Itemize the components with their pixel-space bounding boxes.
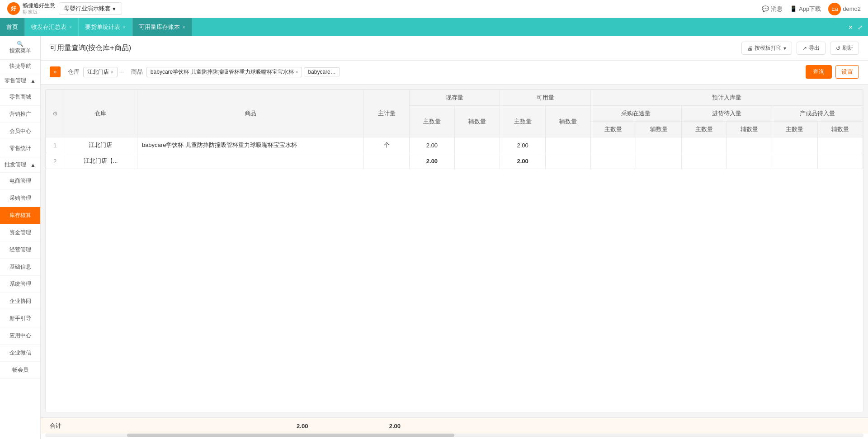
sidebar-item-enterprise[interactable]: 企业协同 (0, 293, 40, 310)
sidebar-item-wholesale-mgmt[interactable]: 批发管理 ▲ (0, 157, 40, 173)
sidebar-item-appcenter[interactable]: 应用中心 (0, 327, 40, 345)
settings-button[interactable]: 设置 (835, 65, 859, 79)
sidebar-item-finance[interactable]: 资金管理 (0, 224, 40, 241)
table-row: 2 江北门店【... 2.00 2.00 (46, 153, 863, 169)
row-2-avail-aux (545, 153, 590, 169)
tab-available-close[interactable]: × (183, 25, 185, 30)
refresh-icon: ↺ (836, 45, 840, 52)
row-1-unit: 个 (364, 137, 409, 153)
search-label: 搜索菜单 (4, 47, 37, 55)
row-1-prod-aux (817, 137, 863, 153)
expand-icon: » (54, 69, 57, 75)
row-1-product: babycare学饮杯 儿童防摔防撞吸管杯重力球吸嘴杯宝宝水杯 (137, 137, 364, 153)
row-1-incoming-main (681, 137, 726, 153)
row-2-incoming-aux (726, 153, 772, 169)
th-expected-in: 预计入库量 (591, 90, 863, 106)
wholesale-arrow: ▲ (30, 162, 36, 168)
row-2-avail-main: 2.00 (500, 153, 545, 169)
sidebar-item-marketing[interactable]: 营销推广 (0, 106, 40, 123)
scrollbar-thumb[interactable] (127, 434, 454, 437)
tab-home[interactable]: 首页 (0, 18, 25, 36)
row-2-product (137, 153, 364, 169)
page-header: 可用量查询(按仓库+商品) 🖨 按模板打印 ▾ ↗ 导出 ↺ 刷新 (41, 36, 868, 61)
export-btn[interactable]: ↗ 导出 (797, 42, 826, 55)
sidebar-item-inventory[interactable]: 库存核算 (0, 207, 40, 224)
logo-area: 好 畅捷通好生意 标准版 (7, 2, 55, 15)
tab-available-inventory[interactable]: 可用量库存账本 × (132, 18, 192, 36)
tab-available-label: 可用量库存账本 (139, 23, 180, 31)
warehouse-filter-group: 仓库 江北门店 × ··· (68, 67, 124, 77)
main-layout: 🔍 搜索菜单 快捷导航 零售管理 ▲ 零售商城 营销推广 会员中心 零售统计 批… (0, 36, 868, 439)
message-btn[interactable]: 💬 消息 (762, 5, 783, 13)
retail-mgmt-label: 零售管理 (5, 77, 26, 85)
sidebar-item-system[interactable]: 系统管理 (0, 276, 40, 293)
user-area[interactable]: Ea demo2 (828, 3, 861, 15)
product-tag-2-text: babycare… (308, 69, 335, 75)
th-settings[interactable]: ⚙ (46, 90, 64, 137)
product-tag-1-close[interactable]: × (296, 70, 298, 75)
row-2-purchase-main (591, 153, 636, 169)
horizontal-scrollbar[interactable] (45, 434, 863, 437)
query-button[interactable]: 查询 (806, 65, 832, 79)
refresh-btn[interactable]: ↺ 刷新 (830, 42, 859, 55)
warehouse-tag[interactable]: 江北门店 × (83, 67, 118, 77)
row-2-stock-aux (455, 153, 500, 169)
tab-order-close[interactable]: × (123, 25, 126, 30)
sidebar-item-retail-mall[interactable]: 零售商城 (0, 89, 40, 106)
print-arrow: ▾ (783, 45, 786, 52)
sidebar-item-vip[interactable]: 畅会员 (0, 362, 40, 379)
purchase-label: 采购管理 (9, 194, 31, 202)
marketing-label: 营销推广 (9, 110, 31, 118)
top-bar: 好 畅捷通好生意 标准版 母婴行业演示账套 ▾ 💬 消息 📱 App下载 Ea … (0, 0, 868, 18)
app-download-btn[interactable]: 📱 App下载 (790, 5, 821, 13)
filter-row: » 仓库 江北门店 × ··· 商品 babycare学饮杯 儿童防摔防撞吸管杯… (41, 61, 868, 85)
sidebar-search[interactable]: 🔍 搜索菜单 (0, 36, 40, 60)
warehouse-more[interactable]: ··· (119, 69, 124, 75)
th-prod-main: 主数量 (772, 122, 817, 137)
sidebar-item-basic[interactable]: 基础信息 (0, 259, 40, 276)
footer-values: 2.00 2.00 (115, 423, 863, 430)
tab-order-stats[interactable]: 要货单统计表 × (79, 18, 132, 36)
row-1-purchase-main (591, 137, 636, 153)
tab-receive-summary[interactable]: 收发存汇总表 × (25, 18, 79, 36)
member-label: 会员中心 (9, 127, 31, 135)
sidebar-item-retail-stats[interactable]: 零售统计 (0, 140, 40, 157)
tab-receive-close[interactable]: × (69, 25, 72, 30)
sidebar-item-member[interactable]: 会员中心 (0, 123, 40, 140)
close-window-icon[interactable]: ✕ (848, 24, 853, 31)
ops-label: 经营管理 (9, 246, 31, 254)
retail-mall-label: 零售商城 (9, 93, 31, 101)
industry-selector[interactable]: 母婴行业演示账套 ▾ (59, 2, 122, 15)
product-tag-1[interactable]: babycare学饮杯 儿童防摔防撞吸管杯重力球吸嘴杯宝宝水杯 × (146, 67, 302, 77)
expand-btn[interactable]: » (50, 66, 61, 77)
row-1-prod-main (772, 137, 817, 153)
dropdown-icon: ▾ (113, 5, 116, 12)
row-2-warehouse: 江北门店【... (64, 153, 137, 169)
system-label: 系统管理 (9, 280, 31, 288)
search-icon: 🔍 (4, 41, 37, 47)
product-tag-2[interactable]: babycare… (304, 67, 340, 76)
warehouse-tag-close[interactable]: × (111, 70, 113, 75)
print-btn[interactable]: 🖨 按模板打印 ▾ (741, 42, 792, 55)
retail-stats-label: 零售统计 (9, 145, 31, 152)
row-1-stock-main: 2.00 (409, 137, 454, 153)
maximize-icon[interactable]: ⤢ (858, 24, 863, 31)
avatar: Ea (828, 3, 841, 15)
sidebar-item-purchase[interactable]: 采购管理 (0, 190, 40, 207)
logo-text: 畅捷通好生意 (23, 2, 55, 9)
tab-bar: 首页 收发存汇总表 × 要货单统计表 × 可用量库存账本 × ✕ ⤢ (0, 18, 868, 36)
sidebar-quick-nav[interactable]: 快捷导航 (0, 60, 40, 73)
phone-icon: 📱 (790, 5, 797, 12)
message-label: 消息 (771, 5, 783, 13)
print-label: 按模板打印 (755, 44, 782, 52)
sidebar-item-ecommerce[interactable]: 电商管理 (0, 173, 40, 190)
th-incoming-main: 主数量 (681, 122, 726, 137)
sidebar-item-retail-mgmt[interactable]: 零售管理 ▲ (0, 73, 40, 89)
sidebar-item-ops[interactable]: 经营管理 (0, 241, 40, 259)
row-1-avail-main: 2.00 (500, 137, 545, 153)
warehouse-tag-text: 江北门店 (87, 68, 109, 76)
sidebar-item-guide[interactable]: 新手引导 (0, 310, 40, 327)
ecommerce-label: 电商管理 (9, 177, 31, 185)
sidebar-item-wechat[interactable]: 企业微信 (0, 345, 40, 362)
th-stock-aux: 辅数量 (455, 106, 500, 137)
